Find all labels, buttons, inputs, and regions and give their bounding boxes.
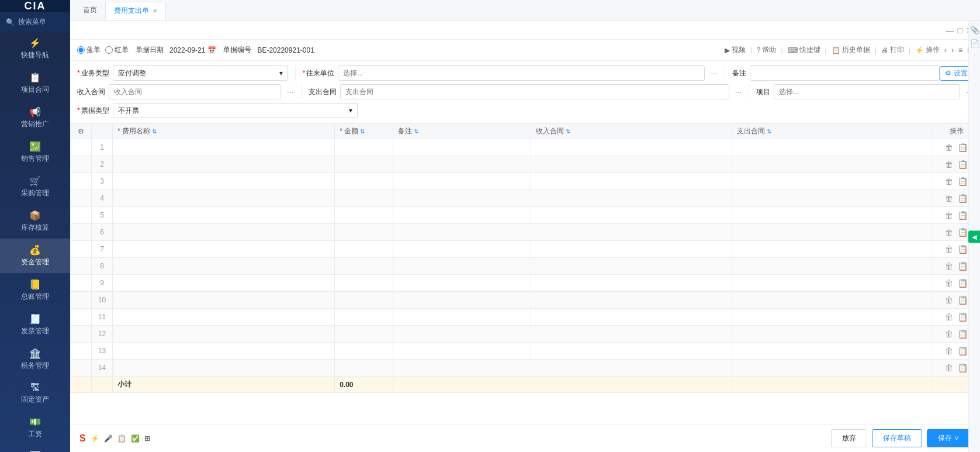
row-income-contract-cell[interactable] bbox=[531, 343, 732, 360]
discard-button[interactable]: 放弃 bbox=[831, 429, 867, 447]
row-expense-name-cell[interactable] bbox=[113, 343, 335, 360]
copy-row-button[interactable]: 📋 bbox=[957, 226, 969, 238]
row-remark-cell[interactable] bbox=[393, 139, 531, 156]
row-expense-name-cell[interactable] bbox=[113, 139, 335, 156]
copy-row-button[interactable]: 📋 bbox=[957, 328, 969, 340]
row-expense-contract-cell[interactable] bbox=[732, 343, 933, 360]
row-remark-cell[interactable] bbox=[393, 360, 531, 377]
expense-contract-ellipsis[interactable]: ··· bbox=[735, 87, 742, 96]
row-expense-contract-cell[interactable] bbox=[732, 241, 933, 258]
tab-home[interactable]: 首页 bbox=[75, 2, 105, 19]
save-button[interactable]: 保存 ∨ bbox=[927, 429, 971, 447]
delete-row-button[interactable]: 🗑 bbox=[944, 362, 954, 374]
row-income-contract-cell[interactable] bbox=[531, 190, 732, 207]
row-expense-name-cell[interactable] bbox=[113, 360, 335, 377]
business-type-select[interactable]: 应付调整 ▾ bbox=[113, 65, 288, 81]
row-expense-name-cell[interactable] bbox=[113, 275, 335, 292]
nav-next[interactable]: › bbox=[951, 46, 954, 54]
sidebar-item-quick-nav[interactable]: ⚡ 快捷导航 bbox=[0, 32, 70, 66]
sidebar-item-capital[interactable]: 💰 资金管理 bbox=[0, 239, 70, 273]
delete-row-button[interactable]: 🗑 bbox=[944, 175, 954, 187]
row-income-contract-cell[interactable] bbox=[531, 207, 732, 224]
row-income-contract-cell[interactable] bbox=[531, 292, 732, 309]
row-remark-cell[interactable] bbox=[393, 258, 531, 275]
row-income-contract-cell[interactable] bbox=[531, 326, 732, 343]
col-amount[interactable]: * 金额 ⇅ bbox=[335, 124, 393, 139]
sidebar-item-inventory[interactable]: 📦 库存核算 bbox=[0, 204, 70, 239]
sidebar-item-salary[interactable]: 💵 工资 bbox=[0, 410, 70, 445]
row-remark-cell[interactable] bbox=[393, 241, 531, 258]
sidebar-item-invoice[interactable]: 🧾 发票管理 bbox=[0, 308, 70, 342]
col-income-contract[interactable]: 收入合同 ⇅ bbox=[531, 124, 732, 139]
row-remark-cell[interactable] bbox=[393, 224, 531, 241]
row-expense-contract-cell[interactable] bbox=[732, 309, 933, 326]
row-remark-cell[interactable] bbox=[393, 309, 531, 326]
col-remark-sort[interactable]: ⇅ bbox=[414, 128, 418, 134]
row-expense-name-cell[interactable] bbox=[113, 292, 335, 309]
save-draft-button[interactable]: 保存草稿 bbox=[872, 429, 922, 447]
row-amount-cell[interactable] bbox=[335, 258, 393, 275]
print-action[interactable]: 🖨 打印 bbox=[881, 45, 904, 55]
row-remark-cell[interactable] bbox=[393, 326, 531, 343]
row-amount-cell[interactable] bbox=[335, 292, 393, 309]
sidebar-item-tax[interactable]: 🏦 税务管理 bbox=[0, 342, 70, 377]
row-income-contract-cell[interactable] bbox=[531, 173, 732, 190]
attach-icon[interactable]: 📎 bbox=[970, 26, 979, 34]
counterpart-input[interactable] bbox=[338, 65, 705, 81]
col-expense-contract[interactable]: 支出合同 ⇅ bbox=[732, 124, 933, 139]
sidebar-item-sales[interactable]: 💹 销售管理 bbox=[0, 135, 70, 170]
minimize-icon[interactable]: — bbox=[946, 26, 954, 35]
col-income-contract-sort[interactable]: ⇅ bbox=[566, 128, 570, 134]
row-expense-name-cell[interactable] bbox=[113, 173, 335, 190]
tab-expense[interactable]: 费用支出单 ✕ bbox=[105, 2, 166, 20]
col-expense-contract-sort[interactable]: ⇅ bbox=[767, 128, 771, 134]
copy-row-button[interactable]: 📋 bbox=[957, 209, 969, 221]
delete-row-button[interactable]: 🗑 bbox=[944, 345, 954, 357]
row-income-contract-cell[interactable] bbox=[531, 258, 732, 275]
help-action[interactable]: ? 帮助 bbox=[757, 45, 777, 55]
row-expense-name-cell[interactable] bbox=[113, 224, 335, 241]
row-amount-cell[interactable] bbox=[335, 139, 393, 156]
radio-red[interactable]: 红单 bbox=[105, 45, 129, 55]
delete-row-button[interactable]: 🗑 bbox=[944, 260, 954, 272]
view-list[interactable]: ≡ bbox=[958, 46, 962, 54]
row-remark-cell[interactable] bbox=[393, 190, 531, 207]
expense-contract-input[interactable] bbox=[340, 84, 729, 99]
sidebar-item-project-contract[interactable]: 📋 项目合同 bbox=[0, 66, 70, 101]
delete-row-button[interactable]: 🗑 bbox=[944, 328, 954, 340]
row-expense-contract-cell[interactable] bbox=[732, 275, 933, 292]
row-amount-cell[interactable] bbox=[335, 241, 393, 258]
row-expense-contract-cell[interactable] bbox=[732, 207, 933, 224]
sidebar-search[interactable]: 🔍 搜索菜单 bbox=[0, 12, 70, 32]
remark-input[interactable] bbox=[750, 65, 940, 81]
row-expense-contract-cell[interactable] bbox=[732, 139, 933, 156]
sidebar-item-fixed-assets[interactable]: 🏗 固定资产 bbox=[0, 377, 70, 410]
copy-row-button[interactable]: 📋 bbox=[957, 142, 969, 153]
col-amount-sort[interactable]: ⇅ bbox=[360, 128, 365, 134]
delete-row-button[interactable]: 🗑 bbox=[944, 311, 954, 323]
row-expense-contract-cell[interactable] bbox=[732, 258, 933, 275]
row-income-contract-cell[interactable] bbox=[531, 224, 732, 241]
row-amount-cell[interactable] bbox=[335, 275, 393, 292]
row-remark-cell[interactable] bbox=[393, 275, 531, 292]
row-expense-name-cell[interactable] bbox=[113, 156, 335, 173]
income-contract-input[interactable] bbox=[109, 84, 281, 99]
row-expense-name-cell[interactable] bbox=[113, 258, 335, 275]
row-expense-contract-cell[interactable] bbox=[732, 224, 933, 241]
nav-prev[interactable]: ‹ bbox=[944, 46, 947, 54]
copy-row-button[interactable]: 📋 bbox=[957, 345, 969, 357]
income-contract-ellipsis[interactable]: ··· bbox=[287, 87, 294, 96]
copy-row-button[interactable]: 📋 bbox=[957, 175, 969, 187]
row-amount-cell[interactable] bbox=[335, 326, 393, 343]
row-expense-contract-cell[interactable] bbox=[732, 292, 933, 309]
delete-row-button[interactable]: 🗑 bbox=[944, 209, 954, 221]
row-remark-cell[interactable] bbox=[393, 343, 531, 360]
tab-close-icon[interactable]: ✕ bbox=[153, 8, 157, 14]
row-income-contract-cell[interactable] bbox=[531, 241, 732, 258]
delete-row-button[interactable]: 🗑 bbox=[944, 277, 954, 289]
row-expense-contract-cell[interactable] bbox=[732, 326, 933, 343]
row-income-contract-cell[interactable] bbox=[531, 156, 732, 173]
sidebar-item-business[interactable]: 📊 经营管理 bbox=[0, 445, 70, 452]
row-amount-cell[interactable] bbox=[335, 224, 393, 241]
operation-action[interactable]: ⚡ 操作 bbox=[915, 45, 940, 55]
